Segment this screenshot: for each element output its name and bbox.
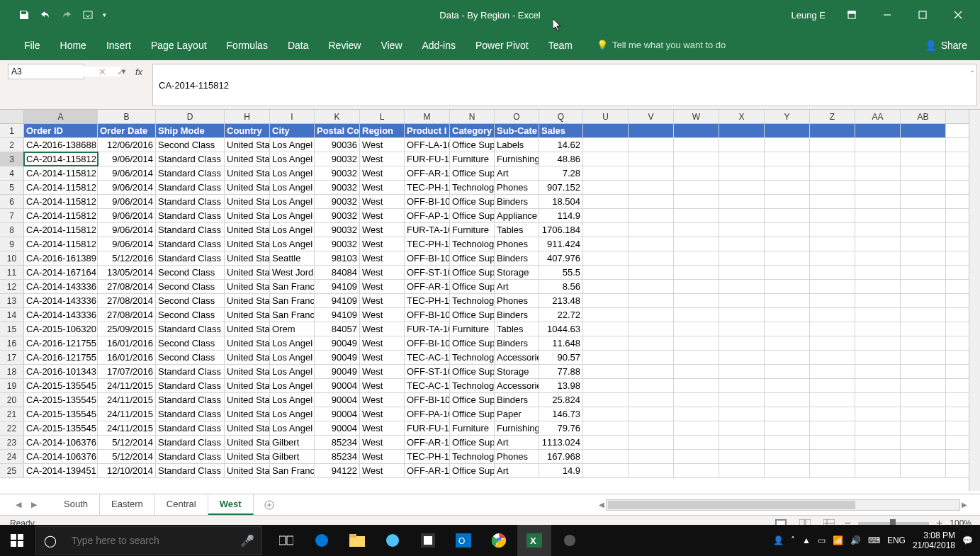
name-box[interactable]: ▼ bbox=[8, 64, 84, 79]
column-header[interactable]: D bbox=[156, 110, 225, 123]
cell[interactable] bbox=[674, 351, 719, 364]
formula-input[interactable] bbox=[153, 64, 976, 106]
cell[interactable]: 8.56 bbox=[539, 280, 583, 293]
cell[interactable] bbox=[629, 181, 674, 194]
cell[interactable]: Second Class bbox=[156, 294, 225, 307]
cell[interactable]: 98103 bbox=[315, 251, 360, 265]
cell[interactable]: CA-2014-115812 bbox=[24, 166, 98, 180]
cell[interactable]: Standard Class bbox=[156, 195, 225, 208]
cell[interactable] bbox=[855, 365, 901, 378]
cell[interactable]: United Sta bbox=[225, 351, 270, 364]
cell[interactable]: 90004 bbox=[315, 421, 360, 435]
cell[interactable] bbox=[810, 351, 855, 364]
tell-me-text[interactable]: Tell me what you want to do bbox=[612, 40, 726, 50]
cell[interactable] bbox=[629, 393, 674, 407]
cell[interactable] bbox=[583, 294, 629, 307]
cell[interactable] bbox=[719, 450, 765, 463]
cell[interactable] bbox=[901, 195, 946, 208]
ribbon-tab-formulas[interactable]: Formulas bbox=[217, 33, 278, 58]
cell[interactable]: 27/08/2014 bbox=[98, 308, 156, 322]
cell[interactable] bbox=[674, 393, 719, 407]
header-cell[interactable]: Sub-Cate bbox=[495, 124, 539, 137]
cell[interactable]: OFF-AP-10 bbox=[405, 209, 450, 222]
cell[interactable] bbox=[901, 152, 946, 166]
cell[interactable] bbox=[901, 407, 946, 421]
cell[interactable] bbox=[855, 464, 901, 477]
cell[interactable]: Technolog bbox=[450, 450, 495, 463]
cell[interactable] bbox=[765, 421, 810, 435]
cell[interactable]: OFF-PA-10 bbox=[405, 407, 450, 421]
cell[interactable]: CA-2014-115812 bbox=[24, 195, 98, 208]
cell[interactable] bbox=[901, 379, 946, 392]
cell[interactable] bbox=[901, 450, 946, 463]
cell[interactable] bbox=[765, 379, 810, 392]
cell[interactable]: 114.9 bbox=[539, 209, 583, 222]
cell[interactable]: 1706.184 bbox=[539, 223, 583, 237]
cell[interactable] bbox=[901, 294, 946, 307]
cell[interactable] bbox=[674, 138, 719, 152]
cancel-formula-button[interactable]: ✕ bbox=[93, 64, 111, 79]
cell[interactable]: Standard Class bbox=[156, 181, 225, 194]
cell[interactable]: CA-2014-115812 bbox=[24, 223, 98, 237]
cell[interactable]: Tables bbox=[495, 223, 539, 237]
cell[interactable] bbox=[719, 152, 765, 166]
row-header[interactable]: 10 bbox=[0, 251, 24, 265]
cell[interactable] bbox=[583, 436, 629, 449]
column-header[interactable]: K bbox=[315, 110, 360, 123]
cell[interactable]: West bbox=[360, 308, 405, 322]
row-header[interactable]: 3 bbox=[0, 152, 24, 166]
column-header[interactable]: V bbox=[629, 110, 674, 123]
cell[interactable] bbox=[719, 266, 765, 279]
cell[interactable] bbox=[719, 365, 765, 378]
cell[interactable]: Technolog bbox=[450, 294, 495, 307]
cell[interactable]: CA-2014-167164 bbox=[24, 266, 98, 279]
cell[interactable]: United Sta bbox=[225, 195, 270, 208]
cell[interactable] bbox=[901, 421, 946, 435]
cell[interactable] bbox=[810, 407, 855, 421]
row-header[interactable]: 1 bbox=[0, 124, 24, 137]
cell[interactable]: San Franci bbox=[270, 294, 315, 307]
cell[interactable] bbox=[855, 138, 901, 152]
cell[interactable]: 12/10/2014 bbox=[98, 464, 156, 477]
cell[interactable] bbox=[674, 251, 719, 265]
cell[interactable]: Second Class bbox=[156, 308, 225, 322]
cell[interactable] bbox=[629, 421, 674, 435]
cell[interactable]: 90032 bbox=[315, 223, 360, 237]
cell[interactable] bbox=[674, 322, 719, 336]
cell[interactable] bbox=[855, 237, 901, 251]
cell[interactable] bbox=[810, 450, 855, 463]
cell[interactable] bbox=[719, 209, 765, 222]
cell[interactable]: 13.98 bbox=[539, 379, 583, 392]
cell[interactable]: West bbox=[360, 407, 405, 421]
cell[interactable]: Phones bbox=[495, 450, 539, 463]
cell[interactable] bbox=[855, 436, 901, 449]
cell[interactable]: Second Class bbox=[156, 336, 225, 350]
app-icon-1[interactable] bbox=[376, 525, 410, 556]
cell[interactable] bbox=[674, 266, 719, 279]
cortana-icon[interactable]: ◯ bbox=[36, 534, 64, 548]
row-header[interactable]: 23 bbox=[0, 436, 24, 449]
cell[interactable]: 17/07/2016 bbox=[98, 365, 156, 378]
cell[interactable]: 24/11/2015 bbox=[98, 407, 156, 421]
header-cell[interactable]: Ship Mode bbox=[156, 124, 225, 137]
cell[interactable]: 407.976 bbox=[539, 251, 583, 265]
header-cell[interactable]: Product I bbox=[405, 124, 450, 137]
cell[interactable] bbox=[583, 195, 629, 208]
cell[interactable]: OFF-AR-10 bbox=[405, 436, 450, 449]
cell[interactable]: United Sta bbox=[225, 294, 270, 307]
cell[interactable]: Standard Class bbox=[156, 152, 225, 166]
cell[interactable] bbox=[583, 379, 629, 392]
cell[interactable]: Los Angel bbox=[270, 152, 315, 166]
cell[interactable]: Standard Class bbox=[156, 407, 225, 421]
cell[interactable] bbox=[629, 294, 674, 307]
cell[interactable]: 7.28 bbox=[539, 166, 583, 180]
cell[interactable] bbox=[901, 393, 946, 407]
cell[interactable] bbox=[765, 450, 810, 463]
cell[interactable]: 27/08/2014 bbox=[98, 294, 156, 307]
cell[interactable]: Gilbert bbox=[270, 450, 315, 463]
cell[interactable]: West bbox=[360, 393, 405, 407]
cell[interactable]: CA-2016-121755 bbox=[24, 336, 98, 350]
cell[interactable]: Office Sup bbox=[450, 464, 495, 477]
cell[interactable]: CA-2014-143336 bbox=[24, 280, 98, 293]
header-cell[interactable] bbox=[855, 124, 901, 137]
